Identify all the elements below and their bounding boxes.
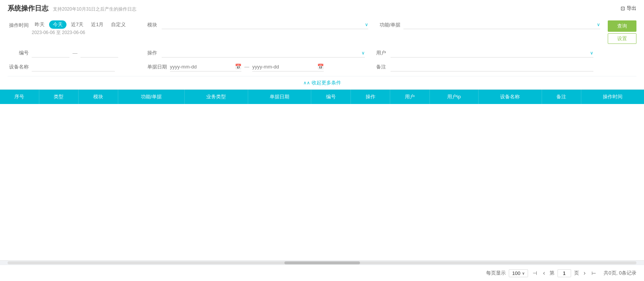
page-label: 第 bbox=[550, 270, 554, 276]
page-subtitle: 支持2020年10月31日之后产生的操作日志 bbox=[53, 6, 136, 12]
time-label: 操作时间 bbox=[8, 20, 29, 29]
operation-chevron-icon: ∨ bbox=[361, 50, 365, 56]
col-remark: 备注 bbox=[542, 90, 581, 104]
export-button[interactable]: ⊡ 导出 bbox=[621, 5, 636, 12]
export-icon: ⊡ bbox=[621, 5, 625, 11]
col-seq: 序号 bbox=[0, 90, 39, 104]
prev-page-button[interactable]: ‹ bbox=[542, 269, 547, 277]
time-btn-1month[interactable]: 近1月 bbox=[88, 20, 107, 29]
function-chevron-icon: ∨ bbox=[597, 22, 600, 27]
date-sep: — bbox=[244, 64, 249, 70]
device-label: 设备名称 bbox=[8, 64, 29, 70]
col-user: 用户 bbox=[390, 90, 429, 104]
time-btn-custom[interactable]: 自定义 bbox=[108, 20, 129, 29]
top-bar: 系统操作日志 支持2020年10月31日之后产生的操作日志 ⊡ 导出 bbox=[0, 0, 644, 15]
module-select[interactable]: ∨ bbox=[162, 20, 368, 29]
user-chevron-icon: ∨ bbox=[590, 50, 593, 56]
collapse-button[interactable]: ∧∧ 收起更多条件 bbox=[303, 79, 341, 86]
time-btn-today[interactable]: 今天 bbox=[49, 20, 66, 29]
number-label: 编号 bbox=[8, 50, 29, 56]
next-page-button[interactable]: › bbox=[582, 269, 587, 277]
remark-label: 备注 bbox=[376, 64, 388, 70]
operation-label: 操作 bbox=[147, 50, 159, 56]
number-sep: — bbox=[73, 50, 77, 56]
date-start-field[interactable] bbox=[170, 64, 233, 70]
page-size-chevron-icon: ∨ bbox=[522, 271, 525, 275]
col-module: 模块 bbox=[79, 90, 118, 104]
user-label: 用户 bbox=[376, 50, 388, 56]
date-end-field[interactable] bbox=[252, 64, 316, 70]
date-end-input[interactable]: 📅 bbox=[252, 62, 324, 71]
last-page-button[interactable]: ⊢ bbox=[590, 269, 598, 277]
scrollbar-thumb[interactable] bbox=[284, 261, 360, 264]
calendar-start-icon[interactable]: 📅 bbox=[235, 64, 241, 70]
function-label: 功能/单据 bbox=[380, 22, 401, 28]
table-header-row: 序号 类型 模块 功能/单据 业务类型 单据日期 编号 操作 用户 用户ip 设… bbox=[0, 90, 644, 104]
collapse-up-icon: ∧∧ bbox=[303, 80, 310, 85]
settings-button[interactable]: 设置 bbox=[608, 33, 636, 44]
operation-select[interactable]: ∨ bbox=[162, 49, 365, 57]
device-input[interactable] bbox=[32, 62, 115, 71]
scrollbar-area[interactable] bbox=[0, 260, 644, 265]
collapse-label: 收起更多条件 bbox=[312, 79, 341, 86]
page-title: 系统操作日志 bbox=[8, 4, 48, 13]
number-end-input[interactable] bbox=[80, 48, 118, 57]
col-voucher-date: 单据日期 bbox=[248, 90, 311, 104]
module-label: 模块 bbox=[147, 22, 159, 28]
pagination-bar: 每页显示 100 ∨ ⊣ ‹ 第 页 › ⊢ 共0页, 0条记录 bbox=[0, 265, 644, 281]
export-label: 导出 bbox=[627, 5, 636, 12]
col-device: 设备名称 bbox=[478, 90, 542, 104]
col-number: 编号 bbox=[311, 90, 351, 104]
time-range-display: 2023-06-06 至 2023-06-06 bbox=[32, 29, 129, 36]
query-button[interactable]: 查询 bbox=[608, 20, 636, 32]
empty-area bbox=[0, 104, 644, 233]
module-chevron-icon: ∨ bbox=[365, 22, 368, 27]
total-info: 共0页, 0条记录 bbox=[604, 270, 636, 276]
first-page-button[interactable]: ⊣ bbox=[531, 269, 539, 277]
calendar-end-icon[interactable]: 📅 bbox=[317, 64, 324, 70]
time-btn-yesterday[interactable]: 昨天 bbox=[32, 20, 48, 29]
col-user-ip: 用户ip bbox=[429, 90, 478, 104]
page-size-label: 每页显示 bbox=[486, 270, 506, 276]
user-select[interactable]: ∨ bbox=[391, 49, 594, 57]
page-size-value: 100 bbox=[512, 270, 520, 276]
number-start-input[interactable] bbox=[32, 48, 69, 57]
page-unit: 页 bbox=[574, 270, 579, 276]
date-start-input[interactable]: 📅 bbox=[170, 62, 241, 71]
time-btn-7days[interactable]: 近7天 bbox=[68, 20, 86, 29]
col-operation: 操作 bbox=[351, 90, 390, 104]
col-biz-type: 业务类型 bbox=[185, 90, 248, 104]
function-select[interactable]: ∨ bbox=[403, 20, 600, 29]
col-function: 功能/单据 bbox=[118, 90, 184, 104]
voucher-date-label: 单据日期 bbox=[147, 64, 167, 70]
page-input[interactable] bbox=[558, 269, 571, 277]
page-size-select[interactable]: 100 ∨ bbox=[509, 269, 528, 277]
scrollbar-track[interactable] bbox=[8, 261, 636, 264]
col-type: 类型 bbox=[39, 90, 78, 104]
col-op-time: 操作时间 bbox=[581, 90, 644, 104]
data-table: 序号 类型 模块 功能/单据 业务类型 单据日期 编号 操作 用户 用户ip 设… bbox=[0, 90, 644, 260]
remark-input[interactable] bbox=[391, 62, 594, 71]
